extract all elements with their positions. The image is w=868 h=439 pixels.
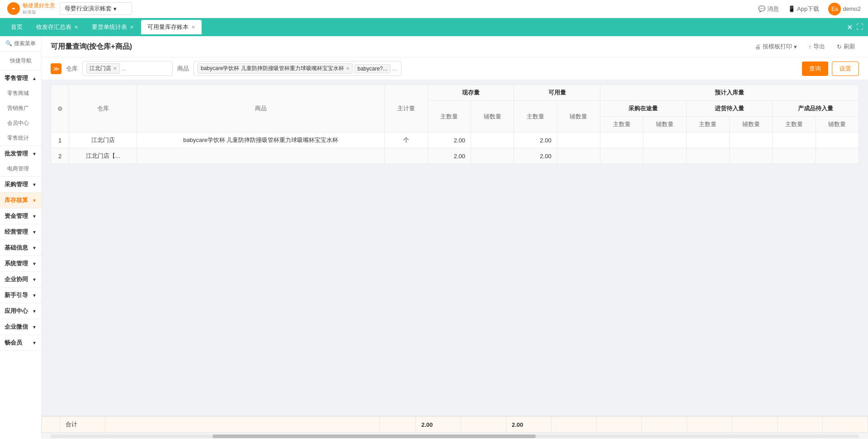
sidebar: 🔍 搜索菜单 快捷导航 零售管理 ▲ 零售商城 营销推广 会员中心 零售统计 批… [0, 36, 42, 439]
chevron-down-icon: ▾ [794, 43, 797, 50]
product-input[interactable]: babycare学饮杯 儿童防摔防撞吸管杯重力球吸嘴杯宝宝水杯 ✕ babyca… [193, 61, 401, 76]
chevron-down-icon: ▼ [32, 230, 37, 235]
export-button[interactable]: ↑ 导出 [805, 41, 829, 52]
row-1-current-main: 2.00 [428, 132, 471, 148]
products-aux-header: 辅数量 [816, 117, 859, 132]
total-product-spacer [105, 417, 380, 433]
sidebar-section-purchase-header[interactable]: 采购管理 ▼ [0, 177, 41, 192]
purchase-main-header: 主数量 [600, 117, 643, 132]
sidebar-section-inventory-header[interactable]: 库存核算 ▼ [0, 193, 41, 208]
more-warehouses[interactable]: ... [122, 65, 127, 72]
print-button[interactable]: 🖨 按模板打印 ▾ [751, 41, 801, 52]
scroll-track[interactable] [51, 434, 859, 438]
expectedin-column-header: 预计入库量 [600, 85, 859, 101]
message-button[interactable]: 💬 消息 [758, 5, 779, 13]
total-products-aux [823, 417, 868, 433]
table-row: 1 江北门店 babycare学饮杯 儿童防摔防撞吸管杯重力球吸嘴杯宝宝水杯 个… [51, 132, 859, 148]
row-2-incoming-aux [729, 148, 772, 164]
chevron-down-icon: ▾ [113, 5, 117, 12]
sidebar-item-member[interactable]: 会员中心 [0, 116, 41, 131]
row-1-purchase-main [600, 132, 643, 148]
sidebar-section-wechat: 企业微信 ▼ [0, 319, 41, 335]
sidebar-item-ecommerce[interactable]: 电商管理 [0, 161, 41, 176]
main-layout: 🔍 搜索菜单 快捷导航 零售管理 ▲ 零售商城 营销推广 会员中心 零售统计 批… [0, 36, 868, 439]
sidebar-section-inventory: 库存核算 ▼ [0, 193, 41, 208]
currentstock-main-header: 主数量 [428, 101, 471, 132]
row-2-products-main [773, 148, 816, 164]
warehouse-tag: 江北门店 ✕ [86, 63, 120, 74]
sidebar-section-operations-header[interactable]: 经营管理 ▼ [0, 224, 41, 240]
purchase-transit-header: 采购在途量 [600, 101, 686, 117]
settings-button[interactable]: 设置 [832, 61, 859, 76]
row-2-no: 2 [51, 148, 69, 164]
total-available-aux [552, 417, 597, 433]
sidebar-section-operations: 经营管理 ▼ [0, 224, 41, 240]
warehouse-label: 仓库 [66, 65, 78, 73]
sidebar-item-retail-stats[interactable]: 零售统计 [0, 131, 41, 146]
search-menu[interactable]: 🔍 搜索菜单 [0, 36, 41, 52]
bottom-scrollbar [42, 433, 868, 439]
expand-filter-button[interactable]: ≫ [51, 63, 61, 74]
tab-close-icon[interactable]: ✕ [74, 24, 78, 30]
avatar: Ea [828, 3, 841, 15]
warehouse-input[interactable]: 江北门店 ✕ ... [82, 61, 173, 76]
filter-bar: ≫ 仓库 江北门店 ✕ ... 商品 babycare学饮杯 儿童防摔防撞吸管杯… [42, 57, 868, 80]
query-button[interactable]: 查询 [802, 61, 828, 76]
sidebar-section-finance-header[interactable]: 资金管理 ▼ [0, 208, 41, 224]
tab-close-icon[interactable]: ✕ [191, 24, 195, 30]
export-icon: ↑ [809, 43, 812, 50]
chevron-up-icon: ▲ [32, 76, 37, 81]
app-download-button[interactable]: 📱 App下载 [788, 5, 819, 13]
sidebar-section-newbie-header[interactable]: 新手引导 ▼ [0, 288, 41, 303]
total-current-main: 2.00 [416, 417, 461, 433]
sidebar-section-wechat-header[interactable]: 企业微信 ▼ [0, 319, 41, 335]
row-1-unit: 个 [385, 132, 428, 148]
chevron-down-icon: ▼ [32, 293, 37, 298]
sidebar-section-retail-header[interactable]: 零售管理 ▲ [0, 71, 41, 86]
more-products[interactable]: ... [392, 65, 397, 72]
row-1-incoming-main [686, 132, 729, 148]
sidebar-section-system-header[interactable]: 系统管理 ▼ [0, 256, 41, 271]
expand-button[interactable]: ⛶ [856, 23, 863, 31]
sidebar-item-quicknav[interactable]: 快捷导航 [0, 53, 41, 68]
close-all-button[interactable]: ✕ [847, 23, 853, 32]
sidebar-section-basics-header[interactable]: 基础信息 ▼ [0, 240, 41, 255]
footer-table: 合计 2.00 2.00 [42, 416, 868, 433]
total-purchase-aux [642, 417, 687, 433]
sidebar-section-enterprise-header[interactable]: 企业协同 ▼ [0, 272, 41, 287]
warehouse-column-header: 仓库 [69, 85, 137, 132]
sidebar-section-purchase: 采购管理 ▼ [0, 177, 41, 193]
tab-order-stats[interactable]: 要货单统计表 ✕ [85, 20, 140, 34]
product-tag-1-close[interactable]: ✕ [346, 66, 349, 71]
refresh-button[interactable]: ↻ 刷新 [833, 41, 859, 52]
user-menu[interactable]: Ea demo2 [828, 3, 861, 15]
sidebar-section-appcenter: 应用中心 ▼ [0, 303, 41, 319]
tab-close-all: ✕ ⛶ [847, 23, 863, 32]
tab-available-stock[interactable]: 可用量库存账本 ✕ [141, 20, 202, 34]
total-purchase-main [597, 417, 642, 433]
sidebar-section-appcenter-header[interactable]: 应用中心 ▼ [0, 303, 41, 319]
sidebar-item-marketing[interactable]: 营销推广 [0, 101, 41, 116]
tab-home[interactable]: 首页 [5, 20, 29, 34]
row-2-warehouse: 江北门店【... [69, 148, 137, 164]
chevron-down-icon: ▼ [32, 245, 37, 250]
product-tag-1: babycare学饮杯 儿童防摔防撞吸管杯重力球吸嘴杯宝宝水杯 ✕ [198, 63, 353, 74]
sidebar-section-changyuanmember-header[interactable]: 畅会员 ▼ [0, 335, 41, 350]
total-spacer [42, 417, 60, 433]
chevron-down-icon: ▼ [32, 277, 37, 282]
search-icon: 🔍 [5, 40, 12, 47]
industry-selector[interactable]: 母婴行业演示账套 ▾ [60, 2, 132, 15]
row-2-available-aux [557, 148, 600, 164]
mainunit-column-header: 主计量 [385, 85, 428, 132]
total-available-main: 2.00 [506, 417, 552, 433]
sidebar-section-retail: 零售管理 ▲ 零售商城 营销推广 会员中心 零售统计 [0, 71, 41, 146]
filter-actions: 查询 设置 [802, 61, 859, 76]
tab-close-icon[interactable]: ✕ [130, 24, 134, 30]
tab-receive-summary[interactable]: 收发存汇总表 ✕ [30, 20, 85, 34]
chevron-down-icon: ▼ [32, 325, 37, 330]
settings-column-header[interactable]: ⚙ [51, 85, 69, 132]
sidebar-section-wholesale-header[interactable]: 批发管理 ▼ [0, 146, 41, 161]
sidebar-item-retail-shop[interactable]: 零售商城 [0, 86, 41, 101]
warehouse-tag-close[interactable]: ✕ [113, 66, 117, 71]
scroll-thumb[interactable] [212, 434, 536, 438]
